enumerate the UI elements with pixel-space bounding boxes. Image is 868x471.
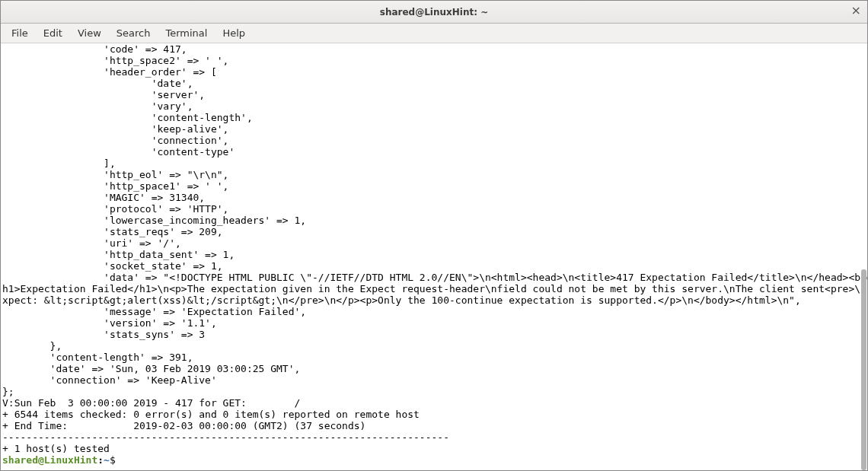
scrollbar-thumb[interactable] — [861, 269, 866, 470]
menu-terminal[interactable]: Terminal — [158, 24, 215, 42]
scrollbar-track[interactable] — [860, 43, 866, 470]
terminal-line: 'version' => '1.1', — [2, 317, 866, 329]
terminal-line: }; — [2, 386, 866, 397]
terminal-line: ----------------------------------------… — [2, 431, 866, 443]
terminal-line: 'content-length', — [2, 112, 866, 123]
scrollbar[interactable] — [860, 43, 867, 470]
terminal-line: 'header_order' => [ — [2, 66, 866, 78]
menu-view[interactable]: View — [70, 24, 109, 42]
window-title: shared@LinuxHint: ~ — [380, 7, 488, 18]
prompt-suffix: $ — [110, 454, 122, 466]
terminal-line: 'socket_state' => 1, — [2, 260, 866, 272]
terminal-content[interactable]: 'code' => 417, 'http_space2' => ' ', 'he… — [1, 43, 867, 466]
terminal-line: 'stats_syns' => 3 — [2, 329, 866, 340]
terminal-line: 'http_data_sent' => 1, — [2, 249, 866, 260]
terminal-line: }, — [2, 340, 866, 352]
menubar: File Edit View Search Terminal Help — [1, 24, 867, 43]
terminal-line: 'message' => 'Expectation Failed', — [2, 306, 866, 317]
terminal-line: 'keep-alive', — [2, 123, 866, 135]
menu-search[interactable]: Search — [109, 24, 158, 42]
terminal-line: 'http_space2' => ' ', — [2, 55, 866, 66]
terminal-line: 'code' => 417, — [2, 43, 866, 55]
menu-file[interactable]: File — [4, 24, 36, 42]
terminal-area[interactable]: 'code' => 417, 'http_space2' => ' ', 'he… — [1, 43, 867, 470]
terminal-line: 'MAGIC' => 31340, — [2, 192, 866, 203]
terminal-line: 'stats_reqs' => 209, — [2, 226, 866, 237]
terminal-line: xpect: &lt;script&gt;alert(xss)&lt;/scri… — [2, 294, 866, 306]
terminal-line: 'connection', — [2, 135, 866, 146]
terminal-line: + 1 host(s) tested — [2, 443, 866, 454]
terminal-line: h1>Expectation Failed</h1>\n<p>The expec… — [2, 283, 866, 294]
terminal-line: 'protocol' => 'HTTP', — [2, 203, 866, 215]
menu-help[interactable]: Help — [215, 24, 253, 42]
prompt-separator: : — [97, 454, 104, 466]
terminal-line: 'content-length' => 391, — [2, 352, 866, 363]
terminal-line: 'connection' => 'Keep-Alive' — [2, 374, 866, 386]
titlebar[interactable]: shared@LinuxHint: ~ × — [1, 1, 867, 24]
terminal-line: 'server', — [2, 89, 866, 100]
terminal-line: + 6544 items checked: 0 error(s) and 0 i… — [2, 409, 866, 420]
prompt-line[interactable]: shared@LinuxHint:~$ — [2, 454, 866, 466]
terminal-line: ], — [2, 158, 866, 169]
terminal-line: 'content-type' — [2, 146, 866, 158]
terminal-line: 'uri' => '/', — [2, 237, 866, 249]
prompt-user-host: shared@LinuxHint — [2, 454, 97, 466]
window-frame: shared@LinuxHint: ~ × File Edit View Sea… — [0, 0, 868, 471]
terminal-line: V:Sun Feb 3 00:00:00 2019 - 417 for GET:… — [2, 397, 866, 409]
menu-edit[interactable]: Edit — [36, 24, 70, 42]
terminal-line: 'http_eol' => "\r\n", — [2, 169, 866, 180]
terminal-line: + End Time: 2019-02-03 00:00:00 (GMT2) (… — [2, 420, 866, 431]
terminal-line: 'lowercase_incoming_headers' => 1, — [2, 215, 866, 226]
terminal-line: 'date', — [2, 78, 866, 89]
prompt-path: ~ — [104, 454, 110, 466]
terminal-line: 'vary', — [2, 100, 866, 112]
terminal-line: 'http_space1' => ' ', — [2, 180, 866, 192]
close-icon[interactable]: × — [851, 5, 861, 17]
terminal-line: 'date' => 'Sun, 03 Feb 2019 03:00:25 GMT… — [2, 363, 866, 374]
terminal-line: 'data' => "<!DOCTYPE HTML PUBLIC \"-//IE… — [2, 272, 866, 283]
